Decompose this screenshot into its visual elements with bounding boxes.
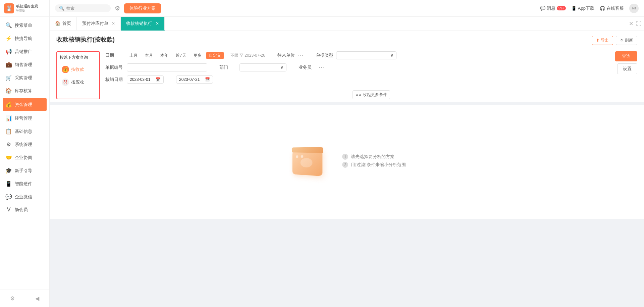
calendar-start-icon: 📅	[156, 77, 161, 82]
bill-no-input[interactable]	[127, 63, 207, 71]
date-btn-custom[interactable]: 自定义	[206, 52, 224, 59]
topbar-gear-icon[interactable]: ⚙	[115, 5, 120, 12]
page-content: 收款核销执行(按收款) ⬆ 导出 ↻ 刷新 按以下方案查询 💰 按收款	[50, 31, 644, 307]
app-logo: 🐰 畅捷通好生意 标准版	[0, 0, 49, 17]
empty-illustration	[288, 143, 331, 180]
refresh-btn[interactable]: ↻ 刷新	[616, 36, 637, 45]
sidebar-icon-8: 📋	[5, 128, 12, 135]
sidebar-menu: 🔍搜索菜单⚡快捷导航📢营销推广💼销售管理🛒采购管理🏠库存核算💰资金管理📊经营管理…	[0, 17, 49, 290]
sidebar-label-13: 企业微信	[15, 194, 32, 200]
close-tab-btn[interactable]: ✕	[629, 20, 633, 27]
settings-bottom-btn[interactable]: ⚙	[7, 293, 17, 304]
sidebar-item-企业协同[interactable]: 🤝企业协同	[0, 151, 49, 164]
collapse-more-btn[interactable]: ∧∧ 收起更多条件	[353, 90, 390, 99]
sidebar-item-畅会员[interactable]: V畅会员	[0, 203, 49, 216]
sidebar-label-2: 营销推广	[15, 49, 32, 55]
bill-type-chevron-icon: ∨	[390, 53, 393, 58]
verify-date-start-input[interactable]: 2023-03-01 📅	[127, 75, 164, 84]
message-label: 消息	[547, 5, 555, 11]
query-btn[interactable]: 查询	[615, 51, 637, 61]
sidebar-item-系统管理[interactable]: ⚙系统管理	[0, 138, 49, 151]
date-btn-7days[interactable]: 近7天	[173, 52, 189, 59]
sidebar-item-智能硬件[interactable]: 📱智能硬件	[0, 177, 49, 190]
sidebar-item-快捷导航[interactable]: ⚡快捷导航	[0, 32, 49, 45]
user-avatar[interactable]: Rit	[629, 4, 639, 13]
staff-dots[interactable]: ···	[319, 64, 325, 70]
date-separator: —	[168, 77, 172, 82]
sidebar-label-7: 经营管理	[15, 115, 32, 121]
bill-type-label: 单据类型	[316, 52, 333, 58]
counterpart-label: 往来单位	[277, 52, 295, 58]
online-service-group[interactable]: 🎧 在线客服	[600, 5, 624, 11]
collapse-sidebar-btn[interactable]: ◀	[33, 293, 42, 304]
date-btn-this-year[interactable]: 本年	[158, 52, 171, 59]
export-btn[interactable]: ⬆ 导出	[592, 36, 613, 45]
filter-option-receivable-label: 按应收	[71, 79, 84, 85]
filter-row-2: 单据编号 部门 ∨ 业务员 ···	[105, 63, 637, 71]
sidebar-item-资金管理[interactable]: 💰资金管理	[3, 98, 47, 111]
filter-right-actions: 查询 设置	[615, 51, 637, 74]
staff-filter: 业务员 ···	[299, 64, 325, 70]
sidebar-icon-7: 📊	[5, 115, 12, 121]
page-header: 收款核销执行(按收款) ⬆ 导出 ↻ 刷新	[50, 31, 644, 47]
refresh-icon: ↻	[620, 38, 624, 43]
counterpart-dots[interactable]: ···	[298, 52, 304, 58]
filter-option-by-receipt[interactable]: 💰 按收款	[60, 63, 97, 76]
sidebar-bottom: ⚙ ◀	[0, 290, 49, 307]
tab-verify[interactable]: 收款核销执行 ✕	[121, 17, 165, 31]
sidebar-item-企业微信[interactable]: 💬企业微信	[0, 190, 49, 203]
tab-home-label: 首页	[62, 20, 71, 27]
step-1-text: 请先选择要分析的方案	[351, 154, 394, 160]
export-icon: ⬆	[596, 38, 599, 43]
main-area: 🔍 ⚙ 体验行业方案 💬 消息 99+ 📱 App下载 🎧 在线客服 Rit 🏠	[50, 0, 644, 307]
sidebar-icon-5: 🏠	[5, 88, 12, 94]
box-lid	[292, 147, 323, 153]
solution-btn[interactable]: 体验行业方案	[124, 3, 161, 13]
sidebar-item-新手引导[interactable]: 🎓新手引导	[0, 164, 49, 177]
sidebar-icon-10: 🤝	[5, 154, 12, 161]
tab-prepay[interactable]: 预付冲应付单 ✕	[77, 17, 121, 31]
filter-option-by-receivable[interactable]: ⏰ 按应收	[60, 76, 97, 89]
date-btn-more[interactable]: 更多	[191, 52, 204, 59]
empty-step-1: 1 请先选择要分析的方案	[342, 154, 406, 160]
verify-date-end-input[interactable]: 2023-07-21 📅	[176, 75, 213, 84]
tab-prepay-close-icon[interactable]: ✕	[112, 21, 115, 26]
sidebar-item-采购管理[interactable]: 🛒采购管理	[0, 71, 49, 84]
collapse-chevron-icon: ∧∧	[356, 93, 362, 97]
box-eye-right	[301, 155, 304, 158]
dept-select[interactable]: ∨	[239, 63, 286, 71]
sidebar-label-5: 库存核算	[15, 88, 32, 94]
search-box[interactable]: 🔍	[55, 4, 111, 12]
sidebar-label-4: 采购管理	[15, 75, 32, 81]
app-download-icon: 📱	[571, 6, 577, 11]
sidebar-item-营销推广[interactable]: 📢营销推广	[0, 45, 49, 58]
app-download-group[interactable]: 📱 App下载	[571, 5, 594, 11]
message-group[interactable]: 💬 消息 99+	[540, 5, 566, 11]
bill-no-label: 单据编号	[105, 64, 123, 70]
setting-btn[interactable]: 设置	[617, 63, 637, 74]
bill-type-select[interactable]: ∨	[336, 51, 396, 59]
sidebar-icon-11: 🎓	[5, 167, 12, 174]
fullscreen-btn[interactable]: ⛶	[636, 21, 641, 27]
sidebar-label-9: 系统管理	[15, 142, 32, 148]
filter-row-3: 核销日期 2023-03-01 📅 — 2023-07-21 📅	[105, 75, 637, 84]
sidebar-icon-14: V	[5, 207, 12, 213]
sidebar-label-6: 资金管理	[15, 102, 32, 108]
sidebar-item-库存核算[interactable]: 🏠库存核算	[0, 84, 49, 97]
date-btn-this-month[interactable]: 本月	[142, 52, 156, 59]
sidebar-item-基础信息[interactable]: 📋基础信息	[0, 125, 49, 138]
sidebar-item-搜索菜单[interactable]: 🔍搜索菜单	[0, 19, 49, 32]
filter-panel: 按以下方案查询 💰 按收款 ⏰ 按应收 查询 设置	[50, 47, 644, 102]
tab-verify-close-icon[interactable]: ✕	[156, 21, 159, 26]
online-service-label: 在线客服	[606, 5, 624, 11]
empty-content: 1 请先选择要分析的方案 2 用[过滤]条件来缩小分析范围	[288, 143, 406, 180]
tab-home[interactable]: 🏠 首页	[50, 17, 77, 31]
search-input[interactable]	[66, 6, 107, 11]
app-name: 畅捷通好生意	[16, 4, 38, 8]
sidebar-label-14: 畅会员	[15, 207, 28, 213]
sidebar-item-经营管理[interactable]: 📊经营管理	[0, 112, 49, 125]
date-btn-last-month[interactable]: 上月	[127, 52, 140, 59]
sidebar-item-销售管理[interactable]: 💼销售管理	[0, 58, 49, 71]
calendar-end-icon: 📅	[205, 77, 210, 82]
box-body	[292, 149, 323, 176]
